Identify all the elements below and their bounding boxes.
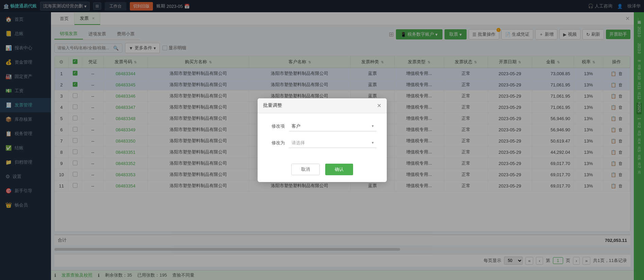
- modal-change-to-chevron: ▾: [372, 141, 374, 145]
- modal-change-to-label: 修改为: [268, 140, 285, 146]
- modal-close-btn[interactable]: ✕: [377, 102, 381, 109]
- modal-change-to-placeholder: 请选择: [292, 140, 305, 146]
- batch-adjust-modal: 批量调整 ✕ 修改项 客户 ▾ 修改为 请选择 ▾ 取消 确认: [258, 98, 387, 182]
- modal-field-select[interactable]: 客户 ▾: [289, 121, 377, 131]
- modal-footer: 取消 确认: [258, 160, 387, 182]
- modal-field-chevron: ▾: [372, 124, 374, 128]
- modal-header: 批量调整 ✕: [258, 98, 387, 113]
- modal-cancel-btn[interactable]: 取消: [291, 164, 320, 175]
- modal-confirm-btn[interactable]: 确认: [325, 164, 353, 175]
- modal-field-label: 修改项: [268, 123, 285, 129]
- modal-field-item: 修改项 客户 ▾: [268, 121, 377, 131]
- modal-field-value: 客户: [292, 123, 300, 129]
- modal-title: 批量调整: [263, 102, 282, 109]
- modal-body: 修改项 客户 ▾ 修改为 请选择 ▾: [258, 113, 387, 160]
- modal-overlay: 批量调整 ✕ 修改项 客户 ▾ 修改为 请选择 ▾ 取消 确认: [0, 0, 644, 280]
- modal-change-to-select[interactable]: 请选择 ▾: [289, 138, 377, 148]
- modal-change-to-field: 修改为 请选择 ▾: [268, 138, 377, 148]
